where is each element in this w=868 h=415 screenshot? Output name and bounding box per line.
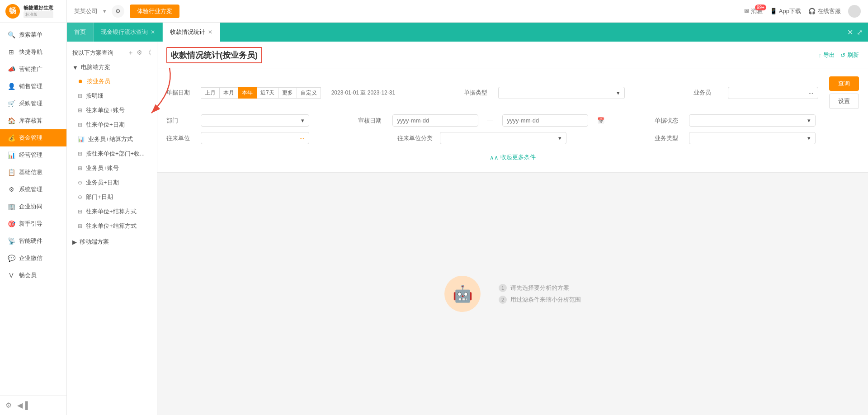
tab-home[interactable]: 首页 — [67, 23, 94, 42]
service-icon: 🎧 — [808, 8, 816, 14]
salesman-select[interactable]: ··· — [728, 87, 818, 99]
scheme-item-unit_dept_col[interactable]: ⊞按往来单位+部门+收... — [67, 146, 157, 161]
app-label: App下载 — [779, 7, 801, 15]
online-service-button[interactable]: 🎧 在线客服 — [808, 7, 841, 15]
sidebar-item-guide[interactable]: 🎯新手引导 — [0, 215, 66, 232]
scheme-item-label-dept_date: 部门+日期 — [86, 193, 113, 201]
scheme-item-icon-salesman_account: ⊞ — [78, 165, 82, 171]
sidebar-item-inventory[interactable]: 🏠库存核算 — [0, 112, 66, 129]
empty-state: 🤖 1 请先选择要分析的方案 2 用过滤条件来缩小分析范围 — [157, 173, 868, 415]
review-date-end[interactable] — [502, 114, 588, 127]
scheme-item-by_salesman[interactable]: ⏺按业务员 — [67, 74, 157, 89]
message-button[interactable]: ✉ 消息 99+ — [744, 7, 763, 15]
sidebar-item-purchase[interactable]: 🛒采购管理 — [0, 95, 66, 112]
date-tab-上月[interactable]: 上月 — [201, 87, 220, 99]
sidebar-item-finance[interactable]: 💰资金管理 — [0, 129, 66, 146]
scheme-collapse-icon[interactable]: 《 — [145, 49, 151, 57]
sidebar-item-marketing[interactable]: 📣营销推广 — [0, 61, 66, 78]
review-date-calendar-start[interactable]: 📅 — [597, 117, 604, 124]
partner-more-icon[interactable]: ··· — [299, 135, 304, 141]
refresh-button[interactable]: ↺ 刷新 — [840, 51, 859, 59]
sidebar-item-sales[interactable]: 👤销售管理 — [0, 78, 66, 95]
query-button[interactable]: 查询 — [829, 76, 859, 91]
tab-bank[interactable]: 现金银行流水查询 ✕ — [94, 23, 163, 42]
date-tab-更多[interactable]: 更多 — [278, 87, 297, 99]
scheme-group-title-desktop[interactable]: ▼电脑端方案 — [67, 61, 157, 74]
message-icon: ✉ — [744, 8, 749, 14]
scheme-add-icon[interactable]: ＋ — [127, 49, 134, 57]
tabbar-controls: ✕ ⤢ — [842, 28, 868, 37]
scheme-item-icon-unit_date: ⊞ — [78, 122, 82, 128]
sidebar-item-basic[interactable]: 📋基础信息 — [0, 164, 66, 181]
step-2-num: 2 — [499, 296, 507, 304]
purchase-label: 采购管理 — [19, 99, 42, 108]
user-avatar[interactable] — [848, 5, 861, 18]
partner-type-select[interactable]: ▾ — [440, 132, 566, 144]
set-button[interactable]: 设置 — [829, 94, 859, 109]
sidebar-item-vip[interactable]: V畅会员 — [0, 267, 66, 284]
tab-collection-close[interactable]: ✕ — [208, 29, 212, 35]
settings-icon[interactable]: ⚙ — [5, 401, 12, 410]
doc-status-select[interactable]: ▾ — [689, 114, 816, 127]
quicknav-label: 快捷导航 — [19, 48, 42, 56]
scheme-item-label-by_salesman: 按业务员 — [87, 77, 110, 85]
sidebar-item-enterprise[interactable]: 🏢企业协同 — [0, 198, 66, 215]
date-tab-近7天[interactable]: 近7天 — [256, 87, 278, 99]
search-icon: 🔍 — [7, 31, 15, 39]
scheme-item-icon-salesman_date: ⊙ — [78, 179, 82, 186]
guide-label: 新手引导 — [19, 220, 42, 228]
page-title: 收款情况统计(按业务员) — [166, 47, 262, 63]
scheme-group-title-mobile[interactable]: ▶移动端方案 — [67, 235, 157, 249]
collapse-sidebar-icon[interactable]: ◀▐ — [17, 401, 28, 410]
tab-bank-close[interactable]: ✕ — [151, 29, 155, 35]
app-download-button[interactable]: 📱 App下载 — [770, 7, 801, 15]
doc-type-label: 单据类型 — [464, 89, 491, 97]
scheme-group-mobile: ▶移动端方案 — [67, 235, 157, 249]
date-tab-本年[interactable]: 本年 — [238, 87, 257, 99]
date-tab-本月[interactable]: 本月 — [219, 87, 238, 99]
doc-type-select[interactable]: ▾ — [498, 87, 625, 99]
sidebar-item-quicknav[interactable]: ⊞快捷导航 — [0, 43, 66, 61]
sidebar-item-search[interactable]: 🔍搜索菜单 — [0, 26, 66, 43]
vip-label: 畅会员 — [19, 271, 37, 279]
basic-label: 基础信息 — [19, 168, 42, 176]
sidebar-item-wechat[interactable]: 💬企业微信 — [0, 250, 66, 267]
scheme-item-unit_account[interactable]: ⊞往来单位+账号 — [67, 103, 157, 118]
step-1-num: 1 — [499, 284, 507, 292]
scheme-item-salesman_account[interactable]: ⊞业务员+账号 — [67, 161, 157, 175]
tab-collection[interactable]: 收款情况统计 ✕ — [163, 23, 220, 42]
partner-label: 往来单位 — [166, 134, 193, 142]
scheme-item-salesman_date[interactable]: ⊙业务员+日期 — [67, 175, 157, 190]
scheme-item-icon-by_salesman: ⏺ — [78, 78, 83, 85]
date-range: 2023-01-01 至 2023-12-31 — [331, 89, 395, 97]
export-button[interactable]: ↑ 导出 — [819, 51, 835, 59]
review-date-start[interactable] — [392, 114, 478, 127]
date-tab-自定义[interactable]: 自定义 — [297, 87, 321, 99]
tab-close-all-icon[interactable]: ✕ — [847, 28, 853, 37]
sidebar-item-system[interactable]: ⚙系统管理 — [0, 181, 66, 198]
biz-type-select[interactable]: ▾ — [689, 132, 816, 144]
logo-area: 畅 畅捷通好生意 标准版 — [0, 0, 66, 23]
partner-select[interactable]: ··· — [201, 132, 309, 144]
scheme-settings-icon[interactable]: ⚙ — [137, 49, 142, 57]
sidebar-item-hardware[interactable]: 📡智能硬件 — [0, 232, 66, 250]
scheme-item-dept_date[interactable]: ⊙部门+日期 — [67, 190, 157, 204]
dept-select[interactable]: ▾ — [201, 114, 309, 127]
collapse-button[interactable]: ∧∧ 收起更多条件 — [166, 150, 859, 165]
scheme-item-by_detail[interactable]: ⊞按明细 — [67, 89, 157, 103]
scheme-item-unit_date[interactable]: ⊞往来单位+日期 — [67, 118, 157, 132]
sidebar-item-operations[interactable]: 📊经营管理 — [0, 146, 66, 164]
company-dropdown-icon[interactable]: ▾ — [103, 8, 106, 14]
logo-icon: 畅 — [5, 4, 20, 19]
export-label: 导出 — [823, 51, 835, 59]
scheme-item-unit_method1[interactable]: ⊞往来单位+结算方式 — [67, 204, 157, 219]
trial-button[interactable]: 体验行业方案 — [130, 5, 179, 18]
content-area: 按以下方案查询 ＋ ⚙ 《 ▼电脑端方案⏺按业务员⊞按明细⊞往来单位+账号⊞往来… — [67, 42, 868, 415]
tab-maximize-icon[interactable]: ⤢ — [857, 28, 863, 37]
filter-row-2: 部门 ▾ 审核日期 — 📅 单据状态 ▾ — [166, 114, 859, 127]
salesman-label: 业务员 — [693, 89, 721, 97]
scheme-item-salesman_method[interactable]: 📊业务员+结算方式 — [67, 132, 157, 146]
operations-label: 经营管理 — [19, 151, 42, 159]
scheme-item-unit_method2[interactable]: ⊞往来单位+结算方式 — [67, 219, 157, 233]
topbar-settings-icon[interactable]: ⚙ — [112, 5, 124, 18]
